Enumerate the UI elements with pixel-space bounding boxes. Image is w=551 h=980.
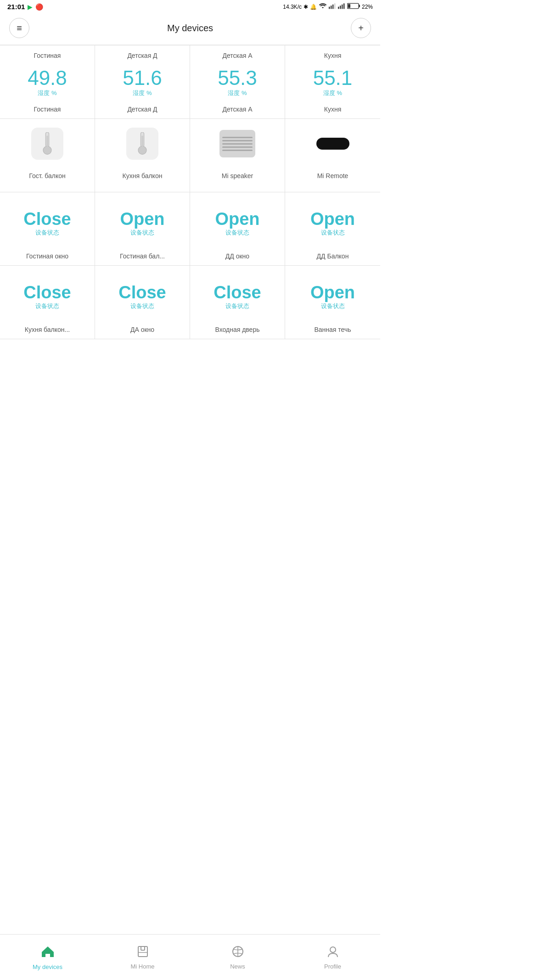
humidity-block: 55.3 湿度 % xyxy=(218,64,257,101)
play-icon: ▶ xyxy=(28,3,33,11)
device-cell-remote[interactable]: Mi Remote xyxy=(285,119,380,192)
mute-icon: 🔔 xyxy=(310,4,317,10)
add-device-button[interactable]: + xyxy=(351,18,371,38)
humidity-unit: 湿度 % xyxy=(323,89,342,97)
svg-rect-9 xyxy=(359,5,360,7)
status-label: 设备状态 xyxy=(321,229,345,237)
battery-percent: 22% xyxy=(362,4,373,10)
humidity-value: 49.8 xyxy=(28,68,67,88)
status-value: Open xyxy=(215,210,259,228)
device-name: Гостиная бал... xyxy=(120,248,165,260)
status-label: 设备状态 xyxy=(35,302,59,310)
status-value: Close xyxy=(23,284,71,301)
humidity-block: 55.1 湿度 % xyxy=(313,64,353,101)
status-label: 设备状态 xyxy=(225,229,249,237)
device-cell-humidity-1[interactable]: Гостиная 49.8 湿度 % Гостиная xyxy=(0,45,95,119)
device-name-top: Детская А xyxy=(222,52,252,59)
device-name-top: Детская Д xyxy=(127,52,157,59)
speaker-line xyxy=(222,140,253,141)
device-name-bottom: Гостиная xyxy=(34,101,61,113)
status-value: Close xyxy=(23,210,71,228)
status-value: Open xyxy=(310,284,355,301)
svg-point-15 xyxy=(138,146,146,154)
status-block: Open 设备状态 xyxy=(215,199,259,248)
device-cell-humidity-4[interactable]: Кухня 55.1 湿度 % Кухня xyxy=(285,45,380,119)
status-block: Open 设备状态 xyxy=(120,199,164,248)
device-name: Ванная течь xyxy=(314,321,351,333)
menu-button[interactable]: ≡ xyxy=(9,18,29,38)
device-cell-status-2-4[interactable]: Open 设备状态 Ванная течь xyxy=(285,266,380,339)
status-label: 设备状态 xyxy=(321,302,345,310)
device-name: Гост. балкон xyxy=(29,168,66,179)
status-label: 设备状态 xyxy=(130,302,154,310)
device-name-bottom: Кухня xyxy=(324,101,341,113)
status-block: Close 设备状态 xyxy=(23,272,71,321)
humidity-unit: 湿度 % xyxy=(228,89,247,97)
status-label: 设备状态 xyxy=(130,229,154,237)
device-name: ДД Балкон xyxy=(317,248,349,260)
device-name-top: Гостиная xyxy=(34,52,61,59)
humidity-block: 51.6 湿度 % xyxy=(123,64,162,101)
device-cell-status-1-4[interactable]: Open 设备状态 ДД Балкон xyxy=(285,192,380,266)
svg-rect-10 xyxy=(348,4,350,8)
network-speed: 14.3K/c xyxy=(283,4,302,10)
signal-icon-2 xyxy=(338,3,345,11)
device-cell-status-1-2[interactable]: Open 设备状态 Гостиная бал... xyxy=(95,192,190,266)
device-name: Mi speaker xyxy=(222,168,253,179)
svg-rect-13 xyxy=(46,135,48,147)
humidity-unit: 湿度 % xyxy=(133,89,152,97)
app-header: ≡ My devices + xyxy=(0,13,380,45)
thermometer-sensor-icon xyxy=(31,128,63,160)
svg-rect-3 xyxy=(334,3,335,9)
humidity-value: 51.6 xyxy=(123,68,162,88)
device-name-bottom: Детская А xyxy=(222,101,252,113)
page-title: My devices xyxy=(167,23,213,34)
status-label: 设备状态 xyxy=(225,302,249,310)
rec-icon: 🔴 xyxy=(35,3,43,11)
device-cell-sensor-2[interactable]: Кухня балкон xyxy=(95,119,190,192)
device-cell-status-2-3[interactable]: Close 设备状态 Входная дверь xyxy=(190,266,285,339)
sensor-icon-wrap xyxy=(29,125,66,162)
svg-rect-4 xyxy=(338,7,339,9)
device-cell-speaker[interactable]: Mi speaker xyxy=(190,119,285,192)
device-cell-status-2-1[interactable]: Close 设备状态 Кухня балкон... xyxy=(0,266,95,339)
device-cell-status-2-2[interactable]: Close 设备状态 ДА окно xyxy=(95,266,190,339)
svg-rect-0 xyxy=(329,7,330,9)
status-label: 设备状态 xyxy=(35,229,59,237)
device-name: Mi Remote xyxy=(317,168,349,179)
device-cell-humidity-2[interactable]: Детская Д 51.6 湿度 % Детская Д xyxy=(95,45,190,119)
status-value: Open xyxy=(310,210,355,228)
status-bar: 21:01 ▶ 🔴 14.3K/c ✱ 🔔 xyxy=(0,0,380,13)
status-value: Close xyxy=(214,284,261,301)
status-time: 21:01 xyxy=(7,3,25,11)
device-name: Кухня балкон xyxy=(123,168,163,179)
svg-rect-5 xyxy=(340,6,341,9)
svg-rect-16 xyxy=(141,135,143,147)
device-name: ДД окно xyxy=(225,248,249,260)
status-block: Open 设备状态 xyxy=(310,199,355,248)
device-name: ДА окно xyxy=(130,321,154,333)
device-name-top: Кухня xyxy=(324,52,341,59)
status-block: Close 设备状态 xyxy=(214,272,261,321)
speaker-line xyxy=(222,137,253,138)
bluetooth-icon: ✱ xyxy=(304,4,308,10)
svg-rect-6 xyxy=(342,5,343,9)
device-cell-status-1-3[interactable]: Open 设备状态 ДД окно xyxy=(190,192,285,266)
status-block: Close 设备状态 xyxy=(23,199,71,248)
thermometer-sensor-icon-2 xyxy=(126,128,158,160)
status-block: Open 设备状态 xyxy=(310,272,355,321)
svg-point-12 xyxy=(43,146,51,154)
device-cell-sensor-1[interactable]: Гост. балкон xyxy=(0,119,95,192)
device-name: Входная дверь xyxy=(215,321,260,333)
remote-device-icon xyxy=(316,138,349,150)
signal-icon xyxy=(329,3,336,11)
status-value: Open xyxy=(120,210,164,228)
svg-rect-1 xyxy=(331,6,332,9)
wifi-icon xyxy=(319,3,327,11)
device-cell-status-1-1[interactable]: Close 设备状态 Гостиная окно xyxy=(0,192,95,266)
battery-icon xyxy=(347,3,360,11)
device-name: Гостиная окно xyxy=(26,248,68,260)
speaker-line xyxy=(222,143,253,145)
device-cell-humidity-3[interactable]: Детская А 55.3 湿度 % Детская А xyxy=(190,45,285,119)
humidity-value: 55.3 xyxy=(218,68,257,88)
